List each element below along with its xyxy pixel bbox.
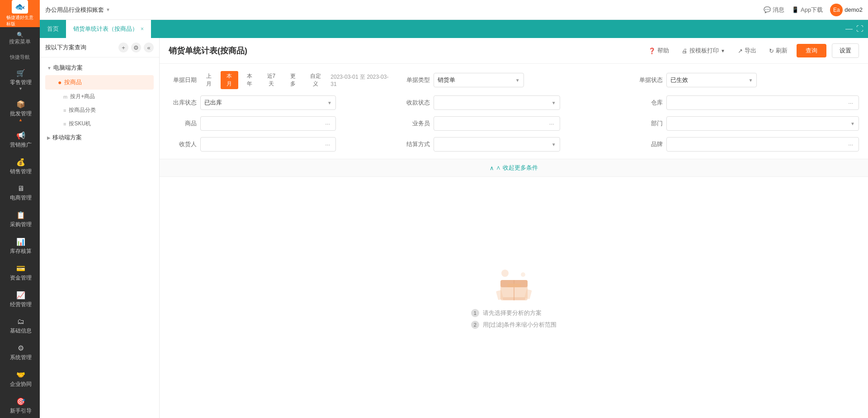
finance-icon: 💳 [16, 264, 25, 273]
date-btn-last-month[interactable]: 上月 [200, 71, 218, 89]
tab-minimize-button[interactable]: — [845, 25, 853, 33]
date-btn-7days[interactable]: 近7天 [261, 71, 281, 89]
filter-field-payment: 收款状态 ▼ [402, 95, 626, 110]
print-button[interactable]: 🖨 按模板打印 ▼ [678, 45, 729, 57]
query-label: 查询 [806, 47, 817, 54]
sidebar-item-purchase[interactable]: 📋 采购管理 [0, 206, 40, 233]
type-select[interactable]: 销货单 ▼ [434, 73, 524, 87]
sidebar-item-wholesale-label: 批发管理 [10, 110, 32, 118]
sidebar-item-enterprise[interactable]: 🤝 企业协同 [0, 366, 40, 393]
tree-item-by-sku[interactable]: ≡ 按SKU机 [45, 117, 154, 130]
tab-maximize-button[interactable]: ⛶ [856, 25, 863, 33]
tree-item-by-category[interactable]: ≡ 按商品分类 [45, 104, 154, 117]
goods-select[interactable]: ··· [200, 116, 336, 131]
date-range: 2023-03-01 至 2023-03-31 [330, 73, 392, 87]
message-button[interactable]: 💬 消息 [764, 6, 784, 14]
department-select[interactable]: ▼ [666, 116, 859, 131]
sidebar-item-purchase-label: 采购管理 [10, 221, 32, 228]
month-icon: m [63, 94, 67, 100]
sidebar-item-marketing[interactable]: 📢 营销推广 [0, 127, 40, 153]
search-icon: 🔍 [0, 32, 40, 38]
purchase-icon: 📋 [16, 211, 25, 219]
collapse-filters-button[interactable]: ∧ ∧ 收起更多条件 [160, 159, 868, 177]
svg-point-4 [501, 270, 509, 277]
salesperson-select[interactable]: ··· [434, 116, 560, 131]
filter-area: 单据日期 上月 本月 本年 近7天 更多 自定义 2023-03-01 至 20… [160, 64, 868, 159]
refresh-button[interactable]: ↻ 刷新 [765, 45, 791, 57]
salesperson-more-button[interactable]: ··· [547, 120, 556, 127]
sidebar-item-operations[interactable]: 📈 经营管理 [0, 286, 40, 313]
tab-home-label: 首页 [47, 25, 59, 33]
sidebar-item-system[interactable]: ⚙ 系统管理 [0, 339, 40, 366]
search-menu[interactable]: 🔍 搜索菜单 [0, 27, 40, 50]
page-title-bar: 销货单统计表(按商品) ❓ 帮助 🖨 按模板打印 ▼ ↗ 导出 [160, 38, 868, 64]
payment-label: 收款状态 [402, 99, 434, 107]
tab-current[interactable]: 销货单统计表（按商品） × [66, 20, 151, 38]
gear-icon: ⚙ [133, 44, 139, 51]
logo[interactable]: 🐟 畅捷通好生意 标版 [0, 0, 40, 27]
out-status-select[interactable]: 已出库 ▼ [200, 95, 336, 110]
type-value: 销货单 [438, 76, 455, 84]
quick-nav[interactable]: 快捷导航 [0, 50, 40, 64]
mobile-group-header[interactable]: ▶ 移动端方案 [43, 131, 156, 144]
tree-item-by-month-goods[interactable]: m 按月+商品 [45, 90, 154, 103]
tab-current-label: 销货单统计表（按商品） [73, 25, 138, 33]
filter-field-status: 单据状态 已生效 ▼ [635, 73, 859, 87]
tab-close-button[interactable]: × [141, 26, 144, 32]
add-scheme-button[interactable]: + [118, 43, 128, 52]
goods-more-button[interactable]: ··· [323, 120, 332, 127]
date-btn-more[interactable]: 更多 [284, 71, 302, 89]
print-chevron-icon: ▼ [721, 48, 725, 53]
warehouse-more-button[interactable]: ··· [846, 100, 855, 106]
sidebar-item-wholesale[interactable]: 📦 批发管理 ▲ [0, 95, 40, 127]
sidebar-item-retail[interactable]: 🛒 零售管理 ▼ [0, 64, 40, 95]
sidebar-item-sales[interactable]: 💰 销售管理 [0, 153, 40, 180]
brand-select[interactable]: ··· [666, 137, 859, 152]
page-title: 销货单统计表(按商品) [169, 45, 247, 56]
date-label: 单据日期 [169, 76, 200, 84]
tree-item-by-goods-label: 按商品 [64, 78, 82, 86]
app-download-button[interactable]: 📱 App下载 [792, 6, 823, 14]
settings-button[interactable]: 设置 [832, 43, 859, 58]
industry-selector[interactable]: 办公用品行业模拟账套 ▼ [45, 6, 110, 14]
top-bar-left: 办公用品行业模拟账套 ▼ [45, 6, 110, 14]
status-chevron-icon: ▼ [748, 78, 753, 83]
help-button[interactable]: ❓ 帮助 [645, 45, 673, 57]
warehouse-select[interactable]: ··· [666, 95, 859, 110]
tab-home[interactable]: 首页 [40, 20, 66, 38]
date-btn-this-month[interactable]: 本月 [221, 71, 238, 89]
tree-section: ▼ 电脑端方案 ● 按商品 m 按月+商品 ≡ 按商品分类 [40, 57, 159, 148]
user-profile[interactable]: Ea demo2 [830, 4, 863, 16]
sidebar-item-inventory[interactable]: 📊 库存核算 [0, 233, 40, 260]
quick-nav-label: 快捷导航 [10, 54, 30, 60]
status-select[interactable]: 已生效 ▼ [666, 73, 757, 87]
logo-text: 畅捷通好生意 标版 [6, 14, 33, 27]
settlement-select[interactable]: ▼ [434, 137, 560, 152]
sidebar-item-newbie[interactable]: 🎯 新手引导 [0, 393, 40, 418]
plus-icon: + [122, 44, 125, 51]
filter-field-goods: 商品 ··· [169, 116, 393, 131]
receiver-select[interactable]: ··· [200, 137, 336, 152]
sidebar-item-finance[interactable]: 💳 资金管理 [0, 260, 40, 286]
pc-group-header[interactable]: ▼ 电脑端方案 [43, 61, 156, 75]
wholesale-icon: 📦 [16, 100, 25, 109]
collapse-panel-button[interactable]: « [144, 43, 154, 52]
app-download-label: App下载 [801, 6, 823, 14]
empty-illustration [491, 266, 537, 309]
date-btn-custom[interactable]: 自定义 [304, 71, 327, 89]
export-button[interactable]: ↗ 导出 [734, 45, 760, 57]
sidebar-item-ecommerce[interactable]: 🖥 电商管理 [0, 180, 40, 206]
date-btn-this-year[interactable]: 本年 [241, 71, 259, 89]
query-button[interactable]: 查询 [797, 44, 826, 57]
filter-field-out-status: 出库状态 已出库 ▼ [169, 95, 393, 110]
filter-row-4: 收货人 ··· 结算方式 ▼ [169, 137, 859, 152]
payment-select[interactable]: ▼ [434, 95, 560, 110]
settings-scheme-button[interactable]: ⚙ [131, 43, 141, 52]
tree-item-by-sku-label: 按SKU机 [69, 120, 91, 128]
sidebar-item-basic[interactable]: 🗂 基础信息 [0, 313, 40, 339]
brand-more-button[interactable]: ··· [846, 141, 855, 148]
empty-tips: 1 请先选择要分析的方案 2 用[过滤]条件来缩小分析范围 [471, 309, 557, 329]
tree-item-by-goods[interactable]: ● 按商品 [45, 75, 154, 90]
type-chevron-icon: ▼ [515, 78, 520, 83]
receiver-more-button[interactable]: ··· [323, 141, 332, 148]
